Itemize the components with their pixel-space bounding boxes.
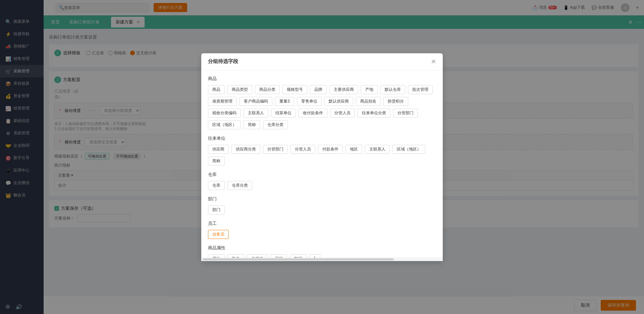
field-tag-0-13[interactable]: 默认供应商	[324, 97, 353, 106]
field-tag-0-18[interactable]: 结算单位	[271, 109, 296, 118]
field-tag-0-10[interactable]: 客户商品编码	[239, 97, 272, 106]
modal-close-button[interactable]: ✕	[431, 58, 436, 65]
field-tag-0-1[interactable]: 商品类型	[227, 85, 252, 94]
field-section-2: 仓库仓库仓库分类	[208, 172, 436, 190]
field-section-title-0: 商品	[208, 76, 436, 82]
field-tags-3: 部门	[208, 205, 436, 214]
field-tag-1-5[interactable]: 地区	[345, 145, 362, 154]
field-section-title-3: 部门	[208, 196, 436, 202]
field-tag-0-6[interactable]: 产地	[361, 85, 378, 94]
modal-dialog: 分组待选字段 ✕ 商品商品商品类型商品分类规格型号品牌主要供应商产地默认仓库批次…	[201, 53, 443, 261]
field-tag-0-9[interactable]: 保质期管理	[208, 97, 237, 106]
field-tags-5: 属性颜色多规格尺码鞋码1	[208, 254, 436, 258]
field-tag-0-14[interactable]: 商品别名	[356, 97, 381, 106]
field-tag-0-19[interactable]: 收付款条件	[299, 109, 327, 118]
field-section-title-2: 仓库	[208, 172, 436, 178]
field-tag-0-15[interactable]: 拆货积分	[383, 97, 408, 106]
field-section-5: 商品属性属性颜色多规格尺码鞋码1	[208, 245, 436, 258]
field-tag-5-4[interactable]: 鞋码	[290, 254, 307, 258]
field-tag-2-0[interactable]: 仓库	[208, 181, 225, 190]
field-tag-0-4[interactable]: 品牌	[310, 85, 327, 94]
field-tag-0-0[interactable]: 商品	[208, 85, 225, 94]
field-tag-5-0[interactable]: 属性	[208, 254, 225, 258]
modal-scrollbar[interactable]	[201, 258, 443, 261]
modal-scrollbar-thumb	[203, 258, 394, 260]
field-section-title-5: 商品属性	[208, 245, 436, 251]
field-tag-0-22[interactable]: 分管部门	[393, 109, 418, 118]
field-tag-5-1[interactable]: 颜色	[227, 254, 244, 258]
field-tag-4-0[interactable]: 业务员	[208, 230, 229, 239]
field-tag-1-2[interactable]: 分管部门	[263, 145, 288, 154]
field-section-0: 商品商品商品类型商品分类规格型号品牌主要供应商产地默认仓库批次管理保质期管理客户…	[208, 76, 436, 129]
field-section-title-4: 员工	[208, 221, 436, 227]
field-tag-1-3[interactable]: 分管人员	[290, 145, 315, 154]
modal-header: 分组待选字段 ✕	[201, 53, 443, 70]
field-tag-0-7[interactable]: 默认仓库	[380, 85, 405, 94]
field-tag-5-3[interactable]: 尺码	[270, 254, 287, 258]
field-section-title-1: 往来单位	[208, 135, 436, 141]
field-tag-0-11[interactable]: 重量3	[275, 97, 294, 106]
field-tag-2-1[interactable]: 仓库分类	[227, 181, 252, 190]
field-tag-0-25[interactable]: 仓库分类	[263, 120, 288, 129]
field-tag-0-3[interactable]: 规格型号	[282, 85, 307, 94]
field-tag-1-0[interactable]: 供应商	[208, 145, 229, 154]
field-tag-0-17[interactable]: 主联系人	[244, 109, 268, 118]
field-tags-1: 供应商供应商分类分管部门分管人员付款条件地区主联系人区域（地区）简称	[208, 145, 436, 166]
field-tag-0-8[interactable]: 批次管理	[408, 85, 433, 94]
field-tag-0-20[interactable]: 分管人员	[330, 109, 355, 118]
field-tag-0-24[interactable]: 简称	[244, 120, 260, 129]
field-tag-3-0[interactable]: 部门	[208, 205, 225, 214]
field-tag-0-12[interactable]: 零售单位	[297, 97, 322, 106]
field-tag-1-4[interactable]: 付款条件	[318, 145, 343, 154]
field-tags-4: 业务员	[208, 230, 436, 239]
field-section-4: 员工业务员	[208, 221, 436, 239]
field-tags-2: 仓库仓库分类	[208, 181, 436, 190]
field-tag-0-21[interactable]: 往来单位分类	[358, 109, 390, 118]
field-tags-0: 商品商品类型商品分类规格型号品牌主要供应商产地默认仓库批次管理保质期管理客户商品…	[208, 85, 436, 129]
field-section-1: 往来单位供应商供应商分类分管部门分管人员付款条件地区主联系人区域（地区）简称	[208, 135, 436, 166]
field-tag-0-23[interactable]: 区域（地区）	[208, 120, 241, 129]
field-tag-1-8[interactable]: 简称	[208, 156, 225, 166]
field-tag-1-7[interactable]: 区域（地区）	[392, 145, 425, 154]
field-tag-0-2[interactable]: 商品分类	[255, 85, 280, 94]
field-tag-0-5[interactable]: 主要供应商	[329, 85, 358, 94]
modal-title: 分组待选字段	[208, 58, 238, 65]
field-tag-1-6[interactable]: 主联系人	[365, 145, 390, 154]
modal-overlay: 分组待选字段 ✕ 商品商品商品类型商品分类规格型号品牌主要供应商产地默认仓库批次…	[0, 0, 644, 314]
field-tag-5-5[interactable]: 1	[309, 254, 320, 258]
field-section-3: 部门部门	[208, 196, 436, 214]
field-tag-0-16[interactable]: 税收分类编码	[208, 109, 241, 118]
modal-body[interactable]: 商品商品商品类型商品分类规格型号品牌主要供应商产地默认仓库批次管理保质期管理客户…	[201, 70, 443, 258]
field-tag-5-2[interactable]: 多规格	[247, 254, 268, 258]
field-tag-1-1[interactable]: 供应商分类	[231, 145, 260, 154]
